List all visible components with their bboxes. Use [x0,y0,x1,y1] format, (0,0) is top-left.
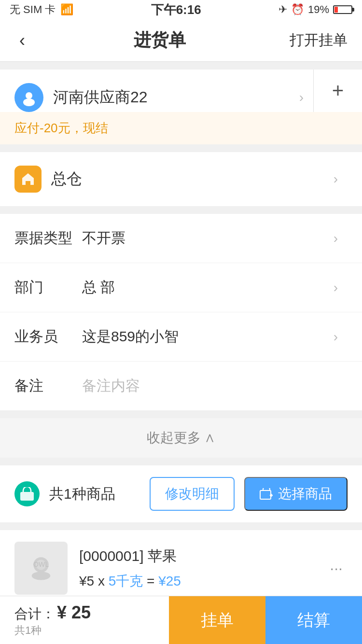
alarm-icon: ⏰ [291,3,304,16]
hang-button[interactable]: 挂单 [169,596,265,644]
bottom-bar: 合计： ¥ 25 共1种 挂单 结算 [0,596,362,644]
select-product-button[interactable]: 选择商品 [244,477,348,511]
supplier-add-button[interactable]: + [314,70,362,112]
status-bar: 无 SIM 卡 📶 下午6:16 ✈ ⏰ 19% [0,0,362,19]
warehouse-row[interactable]: 总仓 › [0,152,362,206]
status-left: 无 SIM 卡 📶 [10,2,73,17]
form-row-remark[interactable]: 备注 备注内容 [0,362,362,410]
svg-text:OWL: OWL [33,560,49,568]
salesperson-label: 业务员 [14,327,82,347]
salesperson-chevron-icon: › [324,329,348,345]
supplier-avatar [14,83,43,112]
wifi-icon: 📶 [60,3,73,16]
warehouse-icon [14,166,42,193]
department-label: 部门 [14,278,82,297]
checkout-button[interactable]: 结算 [265,596,362,644]
battery-icon [333,5,352,14]
edit-detail-button[interactable]: 修改明细 [150,477,235,511]
product-qty: 5千克 [109,574,143,588]
svg-point-1 [23,98,35,106]
nav-bar: ‹ 进货单 打开挂单 [0,19,362,62]
unit-price: ¥5 [79,574,94,588]
svg-point-0 [26,92,32,99]
department-chevron-icon: › [324,280,348,295]
select-product-label: 选择商品 [278,485,332,503]
product-more-button[interactable]: ··· [325,555,348,582]
form-row-department[interactable]: 部门 总 部 › [0,263,362,312]
battery-label: 19% [308,3,329,16]
product-total: ¥25 [158,574,181,588]
svg-rect-2 [26,181,30,185]
product-code: [0000001] [79,548,143,564]
supplier-chevron-icon: › [290,90,313,105]
product-info: [0000001] 苹果 ¥5 x 5千克 = ¥25 [79,546,325,590]
total-amount: ¥ 25 [57,602,91,623]
form-section: 票据类型 不开票 › 部门 总 部 › 业务员 这是859的小智 › 备注 备注… [0,214,362,410]
ticket-type-value: 不开票 [82,228,324,248]
supplier-section: 河南供应商22 › + [0,70,362,112]
open-hang-button[interactable]: 打开挂单 [290,30,348,50]
warehouse-chevron-icon: › [324,171,348,187]
location-icon: ✈ [278,3,287,16]
product-count: 共1种商品 [49,484,140,504]
back-button[interactable]: ‹ [14,26,30,56]
form-row-salesperson[interactable]: 业务员 这是859的小智 › [0,312,362,362]
ticket-chevron-icon: › [324,231,348,246]
product-name: [0000001] 苹果 [79,546,325,566]
form-row-ticket[interactable]: 票据类型 不开票 › [0,214,362,263]
equals-symbol: = [147,574,154,588]
time-label: 下午6:16 [151,1,201,18]
total-count: 共1种 [14,623,154,638]
product-item: OWL [0000001] 苹果 ¥5 x 5千克 = ¥25 ··· [0,530,362,606]
page-title: 进货单 [134,28,186,52]
warehouse-name: 总仓 [51,168,324,190]
product-thumbnail: OWL [14,542,68,595]
remark-label: 备注 [14,376,82,396]
salesperson-value: 这是859的小智 [82,327,324,347]
svg-point-8 [32,572,51,580]
svg-rect-4 [260,490,271,499]
ticket-type-label: 票据类型 [14,228,82,248]
product-icon [14,481,40,506]
product-price: ¥5 x 5千克 = ¥25 [79,572,325,590]
multiply-symbol: x [98,574,105,588]
supplier-note: 应付-20元，现结 [0,112,362,144]
collapse-bar[interactable]: 收起更多 ∧ [0,418,362,458]
total-label: 合计： [14,605,55,623]
total-section: 合计： ¥ 25 共1种 [0,596,169,644]
product-title: 苹果 [148,548,177,564]
department-value: 总 部 [82,278,324,297]
svg-rect-3 [20,492,34,501]
status-right: ✈ ⏰ 19% [278,3,352,16]
product-header: 共1种商品 修改明细 选择商品 [0,465,362,522]
carrier-label: 无 SIM 卡 [10,2,56,17]
supplier-name: 河南供应商22 [53,87,290,108]
remark-input[interactable]: 备注内容 [82,376,348,396]
supplier-main[interactable]: 河南供应商22 › [0,70,314,112]
